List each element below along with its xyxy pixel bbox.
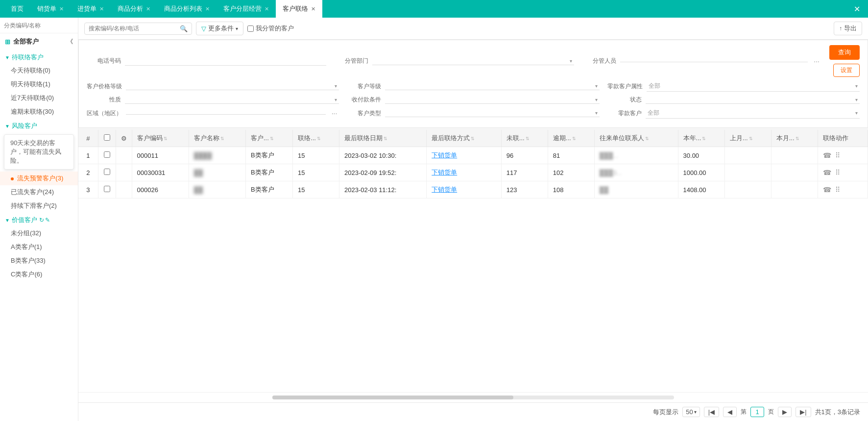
tab-purchase[interactable]: 进货单 ✕ <box>71 0 111 18</box>
arrow-icon: ▼ <box>5 55 10 60</box>
zero-attr-select[interactable]: 全部 ▾ <box>647 81 860 92</box>
status-select[interactable]: ▾ <box>646 96 860 104</box>
tab-customer-layer[interactable]: 客户分层经营 ✕ <box>217 0 276 18</box>
main-search-box: 🔍 <box>84 23 192 35</box>
sidebar-item-today-pending[interactable]: 今天待联络(0) <box>0 64 78 77</box>
select-all-checkbox[interactable] <box>104 134 110 141</box>
scroll-thumb[interactable] <box>272 396 513 399</box>
content-area: 🔍 ▽ 更多条件 ▾ 我分管的客户 ↑ 导出 电话号码 <box>78 18 868 421</box>
tab-close-analysis-list[interactable]: ✕ <box>205 6 210 12</box>
row-checkbox-2[interactable] <box>104 186 110 192</box>
row-checkbox-0[interactable] <box>104 151 110 158</box>
page-size-select[interactable]: 50 ▾ <box>682 407 699 417</box>
region-select[interactable] <box>126 112 326 115</box>
more-conditions-btn[interactable]: ▽ 更多条件 ▾ <box>196 22 243 35</box>
region-dots[interactable]: ··· <box>330 109 339 117</box>
row-checkbox-1[interactable] <box>104 169 110 175</box>
contact-method-link[interactable]: 下销货单 <box>432 186 457 193</box>
collapse-btn[interactable]: 《 <box>67 38 73 46</box>
sidebar-item-7day-pending[interactable]: 近7天待联络(0) <box>0 91 78 105</box>
sort-type-icon[interactable]: ⇅ <box>270 136 274 141</box>
phone-input[interactable] <box>125 56 326 66</box>
tab-sales[interactable]: 销货单 ✕ <box>30 0 71 18</box>
person-dots[interactable]: ··· <box>812 57 821 65</box>
sort-tm-icon[interactable]: ⇅ <box>796 136 799 141</box>
sidebar-item-class-b[interactable]: B类客户(33) <box>0 254 78 268</box>
sidebar-item-class-a[interactable]: A类客户(1) <box>0 240 78 254</box>
tab-close-customer-contact[interactable]: ✕ <box>311 6 315 12</box>
action-contact-icon[interactable]: ☎ <box>823 186 831 194</box>
sidebar-item-ungrouped[interactable]: 未分组(32) <box>0 226 78 240</box>
query-button[interactable]: 查询 <box>829 45 860 60</box>
action-more-icon[interactable]: ⠿ <box>835 186 840 194</box>
tab-home[interactable]: 首页 <box>4 0 30 18</box>
sidebar-search-input[interactable] <box>4 22 77 29</box>
sort-method-icon[interactable]: ⇅ <box>471 136 475 141</box>
sidebar-item-declining[interactable]: 持续下滑客户(2) <box>0 199 78 213</box>
sort-contacts-icon[interactable]: ⇅ <box>317 136 321 141</box>
cell-not-contacted: 96 <box>501 147 548 164</box>
action-contact-icon[interactable]: ☎ <box>823 169 831 176</box>
my-customers-checkbox-label[interactable]: 我分管的客户 <box>247 24 294 33</box>
group-risk[interactable]: ▼ 风险客户 <box>0 119 78 132</box>
zero-customer-select[interactable]: 全部 ▾ <box>646 108 860 119</box>
sidebar-item-churned[interactable]: 已流失客户(24) <box>0 185 78 199</box>
action-more-icon[interactable]: ⠿ <box>835 169 840 176</box>
first-page-btn[interactable]: |◀ <box>704 407 719 417</box>
edit-icon[interactable]: ✎ <box>45 217 50 223</box>
cell-code: 000011 <box>132 147 189 164</box>
sidebar-item-overdue-pending[interactable]: 逾期未联络(30) <box>0 105 78 119</box>
sort-overdue-icon[interactable]: ⇅ <box>572 136 576 141</box>
tab-customer-contact[interactable]: 客户联络 ✕ <box>276 0 322 18</box>
customer-type-select[interactable]: ▾ <box>385 109 599 117</box>
sidebar-item-churn-warning[interactable]: 流失预警客户(3) <box>0 172 78 185</box>
scroll-track[interactable] <box>272 396 674 399</box>
sort-lm-icon[interactable]: ⇅ <box>749 136 753 141</box>
col-type: 客户...⇅ <box>245 130 292 147</box>
tab-close-purchase[interactable]: ✕ <box>99 6 104 12</box>
person-select[interactable] <box>620 60 808 62</box>
tab-analysis-list[interactable]: 商品分析列表 ✕ <box>157 0 217 18</box>
sort-code-icon[interactable]: ⇅ <box>164 136 168 141</box>
col-code: 客户编码⇅ <box>132 130 189 147</box>
contact-method-link[interactable]: 下销货单 <box>432 169 457 176</box>
arrow-icon-risk: ▼ <box>5 124 10 129</box>
sort-uc-icon[interactable]: ⇅ <box>645 136 649 141</box>
total-info: 共1页，3条记录 <box>815 408 860 417</box>
gender-select[interactable]: ▾ <box>125 96 339 104</box>
sidebar-item-class-c[interactable]: C类客户(6) <box>0 268 78 281</box>
dept-select[interactable]: ▾ <box>372 57 574 65</box>
sort-ty-icon[interactable]: ⇅ <box>702 136 706 141</box>
settings-button[interactable]: 设置 <box>833 64 860 77</box>
cell-this-year: 30.00 <box>678 147 724 164</box>
action-more-icon[interactable]: ⠿ <box>835 151 840 159</box>
tab-close-sales[interactable]: ✕ <box>59 6 64 12</box>
export-btn[interactable]: ↑ 导出 <box>834 22 862 35</box>
sidebar-item-tomorrow-pending[interactable]: 明天待联络(1) <box>0 77 78 91</box>
tab-close-analysis[interactable]: ✕ <box>146 6 150 12</box>
main-search-input[interactable] <box>89 25 180 32</box>
filter-dept: 分管部门 ▾ <box>334 57 574 65</box>
last-page-btn[interactable]: ▶| <box>796 407 811 417</box>
group-pending[interactable]: ▼ 待联络客户 <box>0 50 78 64</box>
sort-nc-icon[interactable]: ⇅ <box>526 136 530 141</box>
group-value[interactable]: ▼ 价值客户 ↻ ✎ <box>0 213 78 226</box>
prev-page-btn[interactable]: ◀ <box>723 407 737 417</box>
action-contact-icon[interactable]: ☎ <box>823 151 831 159</box>
my-customers-checkbox[interactable] <box>247 25 254 32</box>
tab-close-customer-layer[interactable]: ✕ <box>265 6 269 12</box>
customer-level-select[interactable]: ▾ <box>385 82 599 90</box>
filter-customer-level: 客户等级 ▾ <box>347 82 599 91</box>
sort-name-icon[interactable]: ⇅ <box>220 136 224 141</box>
gear-icon[interactable]: ⚙ <box>121 135 127 142</box>
contact-method-link[interactable]: 下销货单 <box>432 151 457 159</box>
main-search-icon[interactable]: 🔍 <box>180 25 188 32</box>
price-level-select[interactable]: ▾ <box>126 82 339 90</box>
payment-select[interactable]: ▾ <box>385 96 599 104</box>
sort-date-icon[interactable]: ⇅ <box>384 136 387 141</box>
next-page-btn[interactable]: ▶ <box>778 407 792 417</box>
window-close-button[interactable]: ✕ <box>850 4 864 14</box>
all-customers-header[interactable]: ⊞ 全部客户 《 <box>0 33 78 50</box>
tab-analysis[interactable]: 商品分析 ✕ <box>111 0 157 18</box>
refresh-icon[interactable]: ↻ <box>39 217 44 223</box>
